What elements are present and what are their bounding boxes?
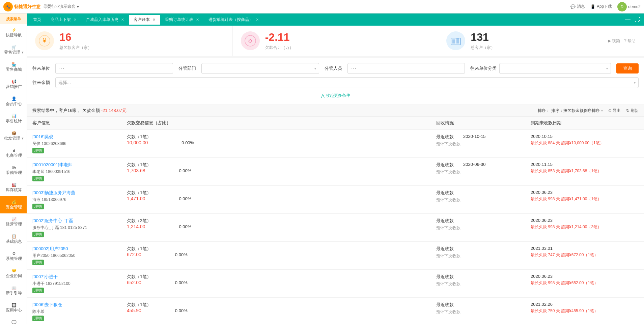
sort-select[interactable]: 排序： 排序：按欠款金额倒序排序 ▾: [538, 108, 603, 114]
sidebar-item-finance[interactable]: 💰 资金管理: [0, 196, 27, 213]
sidebar-item-purchase[interactable]: 🛍 采购管理: [0, 162, 27, 179]
sidebar-item-basic-info[interactable]: 📋 基础信息: [0, 231, 27, 248]
tab-maximize-btn[interactable]: ⛶: [633, 16, 641, 23]
date-info-0: 2020.10.15 最长欠款 884 天 超期¥10,000.00（1笔）: [531, 134, 639, 146]
from-unit-input[interactable]: ···: [55, 63, 173, 74]
debt-amount-0[interactable]: 10,000.00: [127, 140, 148, 145]
sidebar-item-guide[interactable]: 📖 新手引导: [0, 282, 27, 299]
sidebar-item-retail-stats[interactable]: 📊 零售统计: [0, 110, 27, 127]
dept-select[interactable]: ▾: [201, 63, 319, 74]
sidebar-item-enterprise-wx[interactable]: 💬 企业微信: [0, 317, 27, 324]
debt-customers-value: 16: [59, 31, 92, 43]
stats-bar: ¥ 16 总欠款客户（家） ◇: [27, 26, 644, 56]
sidebar: 搜索菜单 ⚡ 快捷导航 🛒 零售管理 ▾ 🏪 零售商城 📢 营销推广 👤 会员中…: [0, 13, 27, 324]
debt-amount-5[interactable]: 652.00: [127, 280, 141, 285]
person-input[interactable]: ···: [347, 63, 465, 74]
debt-amount-6[interactable]: 455.90: [127, 308, 141, 313]
debt-amount-4[interactable]: 672.00: [127, 252, 141, 257]
tab-bar-actions: — ⛶: [624, 16, 643, 23]
debt-amount-value: -2.11: [265, 31, 293, 43]
tab-home[interactable]: 首页: [28, 15, 46, 25]
balance-label: 往来余额: [32, 80, 53, 86]
debt-amount-2[interactable]: 1,471.00: [127, 196, 145, 201]
org-selector[interactable]: 母婴行业演示账套 ▾: [43, 4, 79, 9]
tab-product-history[interactable]: 产成品入库单历史 ✕: [81, 15, 129, 25]
svg-rect-10: [456, 38, 459, 43]
sidebar-item-member[interactable]: 👤 会员中心: [0, 93, 27, 110]
customer-info-6: [0006]去下粮仓 陈小希 现销: [32, 302, 127, 321]
customer-name-0[interactable]: [0016]吴俊: [32, 134, 127, 140]
filter-area: 往来单位 ··· 分管部门 ▾ 分管人员: [27, 58, 644, 105]
sidebar-item-inventory[interactable]: 🏭 库存核算: [0, 179, 27, 196]
debt-amount-label: 欠款合计（万）: [265, 45, 293, 51]
customer-name-2[interactable]: [0003]畅捷服务尹海燕: [32, 190, 127, 196]
stat-card-total-customers: 131 总客户（家） ▶ 视频 ? 帮助: [438, 26, 644, 56]
debt-info-6: 欠款（1笔） 455.90 0.00%: [127, 302, 436, 313]
overdue-info-6[interactable]: 最长欠款 750 天 超期¥455.90（1笔）: [531, 308, 639, 314]
recovery-info-1: 最近收款 2020-06-30 预计下次收款: [436, 162, 531, 175]
unit-class-select[interactable]: ▾: [499, 63, 611, 74]
debt-amount-3[interactable]: 1,214.00: [127, 224, 145, 229]
customer-tag-3: 现销: [32, 232, 44, 237]
search-button[interactable]: 查询: [616, 63, 639, 73]
stat-icon-debt-customers: ¥: [35, 31, 54, 50]
sidebar-item-quick-nav[interactable]: ⚡ 快捷导航: [0, 24, 27, 41]
tab-close-purchase-stats[interactable]: ✕: [196, 18, 199, 22]
tab-close-purchase-product-stats[interactable]: ✕: [256, 18, 259, 22]
user-menu[interactable]: D demo2: [617, 2, 641, 11]
table-row: [0001020001]李老师 李老师 18600391516 现销 欠款（1笔…: [27, 158, 644, 186]
refresh-button[interactable]: ↻ 刷新: [626, 108, 639, 114]
app-layout: 搜索菜单 ⚡ 快捷导航 🛒 零售管理 ▾ 🏪 零售商城 📢 营销推广 👤 会员中…: [0, 13, 644, 324]
tab-customer-account[interactable]: 客户账本 ✕: [129, 15, 160, 25]
customer-name-1[interactable]: [0001020001]李老师: [32, 162, 127, 168]
sidebar-item-batch-mgmt[interactable]: 📦 批发管理 ▾: [0, 127, 27, 145]
export-button[interactable]: ⊙ 导出: [608, 108, 621, 114]
overdue-info-3[interactable]: 最长欠款 998 天 超期¥1,214.00（3笔）: [531, 224, 639, 230]
filter-balance: 往来余额 选择... ▾: [32, 77, 639, 88]
sidebar-item-enterprise[interactable]: 🤝 企业协同: [0, 265, 27, 282]
overdue-info-5[interactable]: 最长欠款 998 天 超期¥652.00（1笔）: [531, 280, 639, 286]
sidebar-item-operations[interactable]: 📈 经营管理: [0, 213, 27, 231]
debt-amount-1[interactable]: 1,703.68: [127, 168, 145, 173]
overdue-info-0[interactable]: 最长欠款 884 天 超期¥10,000.00（1笔）: [531, 140, 639, 146]
tab-purchase-product-stats[interactable]: 进货单统计表（按商品） ✕: [204, 15, 263, 25]
customer-name-3[interactable]: [0002]服务中心_丁磊: [32, 218, 127, 224]
customer-tag-4: 现销: [32, 260, 44, 265]
sidebar-item-marketing[interactable]: 📢 营销推广: [0, 76, 27, 93]
date-info-4: 2021.03.01 最长欠款 747 天 超期¥672.00（1笔）: [531, 246, 639, 258]
sidebar-item-ecommerce[interactable]: 🖥 电商管理: [0, 145, 27, 162]
customer-name-4[interactable]: [000002]用户2050: [32, 246, 127, 252]
customer-tag-5: 现销: [32, 288, 44, 293]
view-btn[interactable]: ▶ 视频: [608, 38, 620, 44]
sidebar-item-system[interactable]: ⚙ 系统管理: [0, 248, 27, 265]
tab-purchase-stats[interactable]: 采购订单统计表 ✕: [160, 15, 204, 25]
customer-name-5[interactable]: [0007]小进干: [32, 274, 127, 280]
customer-name-6[interactable]: [0006]去下粮仓: [32, 302, 127, 308]
debt-info-1: 欠款（1笔） 1,703.68 0.00%: [127, 162, 436, 173]
balance-select[interactable]: 选择... ▾: [55, 77, 639, 88]
sidebar-item-retail-mgmt[interactable]: 🛒 零售管理 ▾: [0, 41, 27, 59]
tab-close-product-off[interactable]: ✕: [74, 18, 77, 22]
table-row: [0016]吴俊 吴俊 13026203696 现销 欠款（1笔） 10,000…: [27, 130, 644, 158]
tab-close-customer-account[interactable]: ✕: [152, 18, 156, 22]
sidebar-search[interactable]: 搜索菜单: [0, 13, 27, 24]
overdue-info-4[interactable]: 最长欠款 747 天 超期¥672.00（1笔）: [531, 252, 639, 258]
total-customers-label: 总客户（家）: [471, 45, 495, 51]
stat-icon-total-customers: [446, 31, 465, 50]
sidebar-item-app-center[interactable]: 🔲 应用中心: [0, 299, 27, 317]
tab-product-off[interactable]: 商品上下架 ✕: [46, 15, 81, 25]
overdue-info-1[interactable]: 最长欠款 853 天 超期¥1,703.68（1笔）: [531, 168, 639, 174]
message-action[interactable]: 💬 消息: [570, 4, 585, 9]
sidebar-item-retail-mall[interactable]: 🏪 零售商城: [0, 59, 27, 76]
customer-info-5: [0007]小进干 小进干 18279152100 现销: [32, 274, 127, 293]
unit-class-label: 往来单位分类: [470, 65, 497, 71]
tab-minimize-btn[interactable]: —: [624, 16, 632, 23]
customer-info-0: [0016]吴俊 吴俊 13026203696 现销: [32, 134, 127, 153]
collapse-filters[interactable]: ⋀ 收起更多条件: [32, 91, 639, 100]
help-btn[interactable]: ? 帮助: [624, 38, 636, 44]
overdue-info-2[interactable]: 最长欠款 998 天 超期¥1,471.00（1笔）: [531, 196, 639, 202]
tab-close-product-history[interactable]: ✕: [121, 18, 124, 22]
filter-row-2: 往来余额 选择... ▾: [32, 77, 639, 88]
app-download-action[interactable]: 📱 App下载: [590, 4, 612, 9]
debt-info-4: 欠款（1笔） 672.00 0.00%: [127, 246, 436, 257]
